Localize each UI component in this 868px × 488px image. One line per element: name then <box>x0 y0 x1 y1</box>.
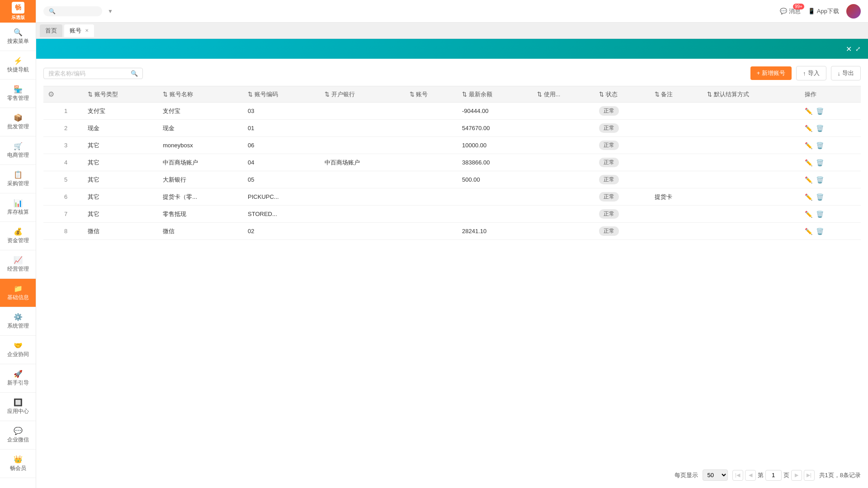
search-box[interactable]: 🔍 <box>43 68 143 79</box>
topbar-search: 🔍 <box>43 6 102 16</box>
delete-button[interactable]: 🗑️ <box>816 228 824 235</box>
sidebar-item-label: 畅会员 <box>2 465 34 472</box>
sidebar-item-enterprise-wechat[interactable]: 💬 企业微信 <box>0 421 36 450</box>
page-input[interactable] <box>765 470 782 481</box>
tab-home[interactable]: 首页 <box>40 24 62 37</box>
sidebar-item-wholesale-mgmt[interactable]: 📦 批发管理 <box>0 108 36 136</box>
cell-default-settle <box>703 171 800 188</box>
sidebar-item-funds-mgmt[interactable]: 💰 资金管理 <box>0 222 36 250</box>
sidebar-item-starter-guide[interactable]: 🚀 新手引导 <box>0 364 36 393</box>
sidebar-item-ecommerce-mgmt[interactable]: 🛒 电商管理 <box>0 136 36 165</box>
cell-account <box>405 223 458 240</box>
tab-close-icon[interactable]: ✕ <box>85 28 89 33</box>
search-input[interactable] <box>48 70 128 77</box>
dropdown-icon[interactable]: ▼ <box>108 8 113 14</box>
sidebar-item-enterprise-agreement[interactable]: 🤝 企业协同 <box>0 336 36 364</box>
sidebar-item-label: 批发管理 <box>2 123 34 131</box>
message-button[interactable]: 💬 消息 99+ <box>780 7 801 15</box>
cell-balance: 547670.00 <box>458 120 533 137</box>
edit-button[interactable]: ✏️ <box>805 176 812 183</box>
col-remark-header[interactable]: ⇅ 备注 <box>650 86 703 103</box>
sidebar-item-quick-nav[interactable]: ⚡ 快捷导航 <box>0 51 36 80</box>
per-page-select[interactable]: 50 100 200 <box>703 469 728 481</box>
cell-name: moneybosx <box>158 137 243 154</box>
next-page-button[interactable]: ▶ <box>791 470 802 481</box>
cell-status: 正常 <box>594 171 650 188</box>
edit-button[interactable]: ✏️ <box>805 125 812 132</box>
sidebar-item-app-center[interactable]: 🔲 应用中心 <box>0 393 36 421</box>
edit-button[interactable]: ✏️ <box>805 142 812 149</box>
cell-default-settle <box>703 223 800 240</box>
edit-button[interactable]: ✏️ <box>805 228 812 235</box>
cell-status: 正常 <box>594 206 650 223</box>
delete-button[interactable]: 🗑️ <box>816 108 824 115</box>
cell-default-settle <box>703 103 800 120</box>
cell-index: 7 <box>60 206 83 223</box>
sidebar-item-operations-mgmt[interactable]: 📈 经营管理 <box>0 250 36 279</box>
cell-action: ✏️ 🗑️ <box>800 154 861 171</box>
cell-remark <box>650 223 703 240</box>
cell-status: 正常 <box>594 137 650 154</box>
page-navigation: |◀ ◀ 第 页 ▶ ▶| <box>732 470 815 481</box>
column-settings-icon[interactable]: ⚙ <box>48 90 54 98</box>
cell-remark <box>650 120 703 137</box>
total-records-label: 共1页，8条记录 <box>819 471 861 479</box>
col-bank-header[interactable]: ⇅ 开户银行 <box>320 86 405 103</box>
cell-default-settle <box>703 188 800 206</box>
sidebar-item-search-menu[interactable]: 🔍 搜索菜单 <box>0 23 36 51</box>
col-code-header[interactable]: ⇅ 账号编码 <box>243 86 320 103</box>
sidebar-item-basic-info[interactable]: 📁 基础信息 <box>0 279 36 307</box>
col-balance-header[interactable]: ⇅ 最新余额 <box>458 86 533 103</box>
delete-button[interactable]: 🗑️ <box>816 211 824 218</box>
cell-remark <box>650 171 703 188</box>
app-logo: 畅 乐透版 <box>0 0 36 23</box>
sidebar-item-purchase-mgmt[interactable]: 📋 采购管理 <box>0 165 36 193</box>
delete-button[interactable]: 🗑️ <box>816 193 824 201</box>
col-status-header[interactable]: ⇅ 状态 <box>594 86 650 103</box>
sidebar-item-retail-mgmt[interactable]: 🏪 零售管理 <box>0 80 36 108</box>
topbar-left: 🔍 ▼ <box>43 6 113 16</box>
col-name-header[interactable]: ⇅ 账号名称 <box>158 86 243 103</box>
cell-default-settle <box>703 120 800 137</box>
pagination: 每页显示 50 100 200 |◀ ◀ 第 页 ▶ ▶| 共1页，8条记录 <box>43 464 861 481</box>
last-page-button[interactable]: ▶| <box>804 470 815 481</box>
sidebar-item-vip-member[interactable]: 👑 畅会员 <box>0 450 36 478</box>
search-icon: 🔍 <box>49 8 56 14</box>
first-page-button[interactable]: |◀ <box>732 470 743 481</box>
add-account-button[interactable]: + 新增账号 <box>750 66 792 80</box>
app-download-button[interactable]: 📱 App下载 <box>808 7 839 15</box>
edit-button[interactable]: ✏️ <box>805 211 812 218</box>
page-header: ✕ ⤢ <box>36 39 868 59</box>
edit-button[interactable]: ✏️ <box>805 193 812 201</box>
col-usage-header[interactable]: ⇅ 使用... <box>533 86 594 103</box>
delete-button[interactable]: 🗑️ <box>816 159 824 166</box>
app-download-icon: 📱 <box>808 8 815 14</box>
cell-name: 中百商场账户 <box>158 154 243 171</box>
delete-button[interactable]: 🗑️ <box>816 142 824 149</box>
col-account-header[interactable]: ⇅ 账号 <box>405 86 458 103</box>
delete-button[interactable]: 🗑️ <box>816 125 824 132</box>
export-button[interactable]: ↓ 导出 <box>831 66 861 80</box>
tab-account[interactable]: 账号 ✕ <box>64 24 94 37</box>
prev-page-button[interactable]: ◀ <box>745 470 756 481</box>
user-avatar[interactable] <box>846 4 861 19</box>
page-close-button[interactable]: ✕ <box>846 45 852 53</box>
cell-account <box>405 120 458 137</box>
page-expand-button[interactable]: ⤢ <box>855 45 861 52</box>
sidebar-item-system-mgmt[interactable]: ⚙️ 系统管理 <box>0 307 36 336</box>
toolbar-right: + 新增账号 ↑ 导入 ↓ 导出 <box>750 66 861 80</box>
delete-button[interactable]: 🗑️ <box>816 176 824 183</box>
cell-balance: 10000.00 <box>458 137 533 154</box>
import-button[interactable]: ↑ 导入 <box>796 66 826 80</box>
sidebar-item-inventory-calc[interactable]: 📊 库存核算 <box>0 193 36 222</box>
table-row: 3 其它 moneybosx 06 10000.00 正常 ✏️ 🗑️ <box>43 137 861 154</box>
edit-button[interactable]: ✏️ <box>805 159 812 166</box>
col-default-settle-header[interactable]: ⇅ 默认结算方式 <box>703 86 800 103</box>
edit-button[interactable]: ✏️ <box>805 108 812 115</box>
app-logo-text: 乐透版 <box>11 14 25 21</box>
sidebar-item-label: 资金管理 <box>2 237 34 244</box>
search-submit-icon[interactable]: 🔍 <box>131 70 138 77</box>
cell-bank <box>320 103 405 120</box>
cell-code: 02 <box>243 223 320 240</box>
col-type-header[interactable]: ⇅ 账号类型 <box>83 86 158 103</box>
